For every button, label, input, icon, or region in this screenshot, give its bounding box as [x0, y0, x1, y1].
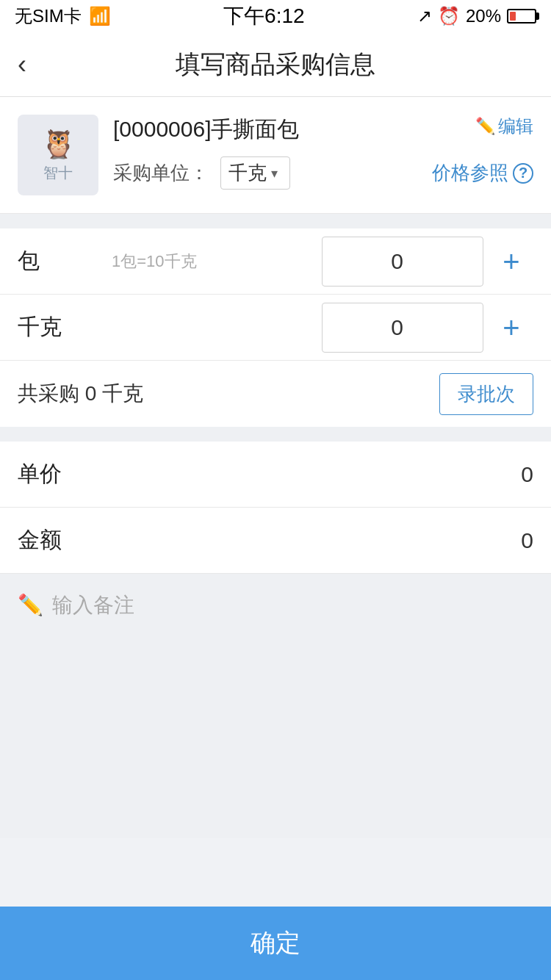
unit-area: 采购单位： 千克 ▾ [113, 156, 290, 190]
dropdown-arrow-icon: ▾ [271, 165, 278, 181]
summary-row: 共采购 0 千克 录批次 [0, 361, 551, 427]
status-left: 无SIM卡 📶 [15, 4, 111, 28]
kg-input-group: + [322, 303, 533, 353]
kg-input[interactable] [322, 303, 483, 353]
kg-plus-button[interactable]: + [489, 303, 533, 353]
product-name: [0000006]手撕面包 [113, 115, 299, 145]
input-section: 包 1包=10千克 + 千克 + [0, 228, 551, 361]
remark-section[interactable]: ✏️ 输入备注 [0, 574, 551, 721]
product-name-row: [0000006]手撕面包 ✏️ 编辑 [113, 115, 533, 145]
info-section: 单价 0 金额 0 [0, 442, 551, 574]
bao-input-group: + [322, 237, 533, 287]
bao-label: 包 [18, 246, 106, 276]
status-right: ↗ ⏰ 20% [417, 6, 536, 26]
confirm-text: 确定 [251, 926, 300, 960]
summary-text: 共采购 0 千克 [18, 380, 439, 408]
amount-value: 0 [521, 528, 533, 553]
confirm-bar[interactable]: 确定 [0, 907, 551, 980]
batch-button[interactable]: 录批次 [439, 373, 533, 415]
content-spacer [0, 721, 551, 838]
product-info: [0000006]手撕面包 ✏️ 编辑 采购单位： 千克 ▾ 价格参照 ? [113, 115, 533, 190]
wifi-icon: 📶 [89, 6, 111, 26]
amount-label: 金额 [18, 525, 62, 555]
back-button[interactable]: ‹ [18, 49, 26, 80]
plus-icon-2: + [503, 313, 519, 342]
remark-placeholder: 输入备注 [52, 591, 134, 619]
edit-button[interactable]: ✏️ 编辑 [475, 115, 533, 138]
section-divider-1 [0, 214, 551, 228]
edit-icon: ✏️ [475, 117, 495, 136]
price-label: 单价 [18, 459, 62, 489]
price-row: 单价 0 [0, 442, 551, 508]
carrier-label: 无SIM卡 [15, 4, 82, 28]
status-time: 下午6:12 [223, 2, 305, 30]
price-value: 0 [521, 462, 533, 487]
info-icon: ? [513, 163, 533, 184]
section-divider-2 [0, 427, 551, 442]
plus-icon: + [503, 247, 519, 276]
product-image-text: 智十 [43, 163, 73, 183]
kg-label: 千克 [18, 312, 106, 342]
unit-select[interactable]: 千克 ▾ [220, 156, 290, 190]
battery-percent: 20% [466, 6, 501, 26]
product-unit-row: 采购单位： 千克 ▾ 价格参照 ? [113, 156, 533, 190]
status-bar: 无SIM卡 📶 下午6:12 ↗ ⏰ 20% [0, 0, 551, 32]
location-icon: ↗ [417, 6, 432, 26]
product-logo: 🦉 [41, 128, 76, 160]
bao-plus-button[interactable]: + [489, 237, 533, 287]
page-title: 填写商品采购信息 [176, 48, 375, 82]
nav-bar: ‹ 填写商品采购信息 [0, 32, 551, 97]
product-image: 🦉 智十 [18, 115, 98, 195]
battery-icon [507, 9, 536, 24]
bao-input-row: 包 1包=10千克 + [0, 228, 551, 295]
unit-label: 采购单位： [113, 162, 209, 184]
bao-sublabel: 1包=10千克 [112, 251, 322, 273]
product-card: 🦉 智十 [0000006]手撕面包 ✏️ 编辑 采购单位： 千克 ▾ 价格参照 [0, 97, 551, 214]
kg-input-row: 千克 + [0, 295, 551, 361]
price-ref-button[interactable]: 价格参照 ? [432, 160, 533, 186]
amount-row: 金额 0 [0, 508, 551, 574]
alarm-icon: ⏰ [438, 6, 460, 26]
bao-input[interactable] [322, 237, 483, 287]
battery-fill [510, 12, 516, 21]
pencil-icon: ✏️ [18, 593, 43, 617]
